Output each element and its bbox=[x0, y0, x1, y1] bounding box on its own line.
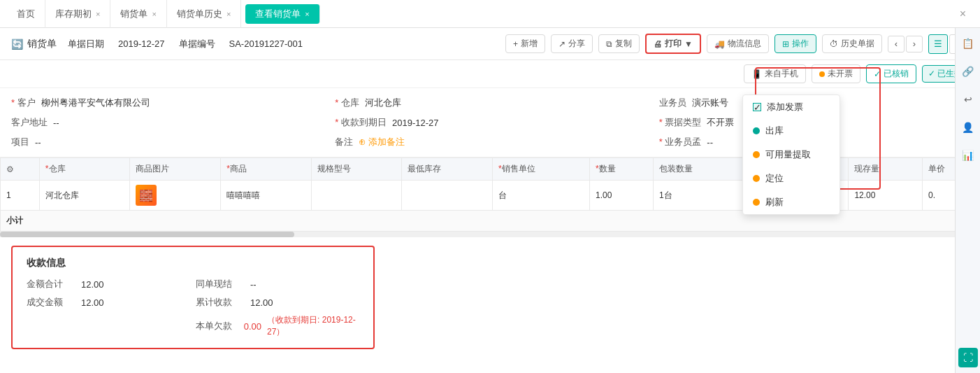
print-button[interactable]: 🖨 打印 ▼ bbox=[645, 34, 701, 54]
total-amount-value: 12.00 bbox=[81, 279, 104, 290]
row-quantity: 1.00 bbox=[590, 181, 654, 211]
print-arrow: ▼ bbox=[684, 39, 693, 49]
list-view-button[interactable]: ☰ bbox=[928, 34, 948, 54]
add-note-button[interactable]: ⊕ 添加备注 bbox=[359, 136, 405, 148]
copy-label: 复制 bbox=[615, 38, 632, 50]
col-warehouse: *仓库 bbox=[39, 158, 130, 181]
locate-item[interactable]: 定位 bbox=[743, 167, 840, 190]
sidebar-icon-3[interactable]: ↩ bbox=[958, 90, 978, 109]
new-icon: + bbox=[513, 39, 518, 49]
col-unit-label: 销售单位 bbox=[502, 164, 535, 174]
address-label: 客户地址 bbox=[11, 116, 48, 129]
grid-icon: ⊞ bbox=[782, 39, 789, 49]
date-value: 2019-12-27 bbox=[118, 38, 165, 49]
col-unit: *销售单位 bbox=[493, 158, 590, 181]
transaction-row: 成交金额 12.00 bbox=[27, 296, 190, 309]
main-content: 🔄 销货单 单据日期 2019-12-27 单据编号 SA-20191227-0… bbox=[0, 28, 980, 373]
not-open-button[interactable]: 未开票 bbox=[812, 64, 860, 83]
right-sidebar: 📋 🔗 ↩ 👤 📊 ⛶ bbox=[955, 28, 980, 373]
cumulative-row: 累计收款 12.00 bbox=[196, 296, 359, 309]
salesperson-label: 业务员孟 bbox=[659, 136, 702, 148]
row-product-img: 🧱 bbox=[130, 181, 221, 211]
history-label: 历史单据 bbox=[841, 38, 874, 50]
ticket-value: 不开票 bbox=[707, 116, 734, 129]
transaction-label: 成交金额 bbox=[27, 296, 75, 309]
sidebar-icon-1[interactable]: 📋 bbox=[958, 34, 978, 53]
sidebar-icon-4[interactable]: 👤 bbox=[958, 118, 978, 137]
warehouse-label: 仓库 bbox=[335, 97, 359, 109]
tab-sales-order[interactable]: 销货单 × bbox=[110, 0, 166, 28]
available-icon bbox=[753, 151, 760, 158]
not-open-dot bbox=[819, 71, 825, 77]
sidebar-icon-2[interactable]: 🔗 bbox=[958, 62, 978, 81]
share-icon: ↗ bbox=[559, 39, 565, 49]
scroll-bar[interactable] bbox=[0, 232, 980, 237]
available-extract-item[interactable]: 可用量提取 bbox=[743, 143, 840, 167]
refresh-item[interactable]: 刷新 bbox=[743, 190, 840, 214]
col-product-img: 商品图片 bbox=[130, 158, 221, 181]
address-row: 客户地址 -- bbox=[11, 116, 321, 129]
prev-button[interactable]: ‹ bbox=[888, 36, 905, 52]
operations-button[interactable]: ⊞ 操作 bbox=[774, 34, 816, 53]
next-button[interactable]: › bbox=[906, 36, 923, 52]
tab-sales-history[interactable]: 销货单历史 × bbox=[167, 0, 241, 28]
project-label: 项目 bbox=[11, 136, 29, 148]
col-gear[interactable]: ⚙ bbox=[1, 158, 40, 181]
row-spec bbox=[311, 181, 402, 211]
add-invoice-item[interactable]: ✓ 添加发票 bbox=[743, 95, 840, 119]
note-row: 备注 ⊕ 添加备注 bbox=[335, 136, 644, 148]
from-mobile-button[interactable]: 📱 来自手机 bbox=[744, 64, 806, 83]
fullscreen-icon[interactable]: ⛶ bbox=[958, 348, 978, 367]
number-value: SA-20191227-001 bbox=[229, 38, 303, 49]
from-mobile-label: 来自手机 bbox=[765, 68, 798, 80]
new-button[interactable]: + 新增 bbox=[505, 34, 545, 53]
col-warehouse-label: 仓库 bbox=[49, 164, 66, 174]
due-date-row: 收款到期日 2019-12-27 bbox=[335, 116, 644, 129]
sidebar-icon-5[interactable]: 📊 bbox=[958, 146, 978, 165]
col-pack-label: 包装数量 bbox=[659, 164, 693, 174]
due-date-note: （收款到期日: 2019-12-27） bbox=[267, 314, 359, 338]
tab-home[interactable]: 首页 bbox=[7, 0, 45, 28]
share-button[interactable]: ↗ 分享 bbox=[551, 34, 593, 53]
doc-title: 🔄 销货单 bbox=[11, 38, 57, 50]
operations-label: 操作 bbox=[792, 38, 809, 50]
total-amount-row: 金额合计 12.00 bbox=[27, 278, 190, 290]
due-date-label: 收款到期日 bbox=[335, 116, 387, 129]
copy-button[interactable]: ⧉ 复制 bbox=[598, 34, 640, 53]
tab-view-label: 查看销货单 bbox=[255, 8, 301, 20]
cumulative-value: 12.00 bbox=[250, 297, 273, 308]
add-invoice-label: 添加发票 bbox=[767, 101, 803, 113]
confirm-button[interactable]: ✓ 已核销 bbox=[866, 64, 916, 83]
window-close-button[interactable]: × bbox=[953, 8, 973, 20]
tab-sales-label: 销货单 bbox=[120, 8, 147, 20]
truck-icon: 🚚 bbox=[714, 39, 725, 49]
col-min-stock: 最低库存 bbox=[402, 158, 493, 181]
out-warehouse-item[interactable]: 出库 bbox=[743, 119, 840, 143]
tab-view-sales[interactable]: 查看销货单 × bbox=[245, 4, 319, 24]
tab-inventory-init[interactable]: 库存期初 × bbox=[45, 0, 110, 28]
refresh-label: 刷新 bbox=[765, 196, 784, 209]
logistics-button[interactable]: 🚚 物流信息 bbox=[707, 34, 769, 53]
same-order-row: 同单现结 -- bbox=[196, 278, 359, 290]
same-order-label: 同单现结 bbox=[196, 278, 245, 290]
payment-grid: 金额合计 12.00 成交金额 12.00 同单现结 -- 累计收款 12.00 bbox=[27, 278, 359, 338]
payment-title: 收款信息 bbox=[27, 257, 359, 269]
tab-inventory-close[interactable]: × bbox=[96, 10, 100, 18]
scroll-thumb[interactable] bbox=[0, 232, 294, 237]
tab-bar: 首页 库存期初 × 销货单 × 销货单历史 × 查看销货单 × × bbox=[0, 0, 980, 28]
tab-history-close[interactable]: × bbox=[226, 10, 231, 18]
row-index: 1 bbox=[1, 181, 40, 211]
confirm-label: 已核销 bbox=[884, 68, 909, 80]
product-image: 🧱 bbox=[136, 185, 157, 206]
settings-icon[interactable]: ⚙ bbox=[6, 164, 14, 174]
tab-sales-close[interactable]: × bbox=[152, 10, 156, 18]
warehouse-row: 仓库 河北仓库 bbox=[335, 97, 644, 109]
print-icon: 🖨 bbox=[654, 39, 662, 49]
tab-view-close[interactable]: × bbox=[305, 10, 309, 18]
customer-row: 客户 柳州粤港平安气体有限公司 bbox=[11, 97, 321, 109]
history-button[interactable]: ⏱ 历史单据 bbox=[822, 34, 882, 53]
col-pack-qty: 包装数量 bbox=[654, 158, 744, 181]
row-min-stock bbox=[402, 181, 493, 211]
nav-arrows: ‹ › bbox=[888, 36, 923, 52]
tab-history-label: 销货单历史 bbox=[177, 8, 222, 20]
